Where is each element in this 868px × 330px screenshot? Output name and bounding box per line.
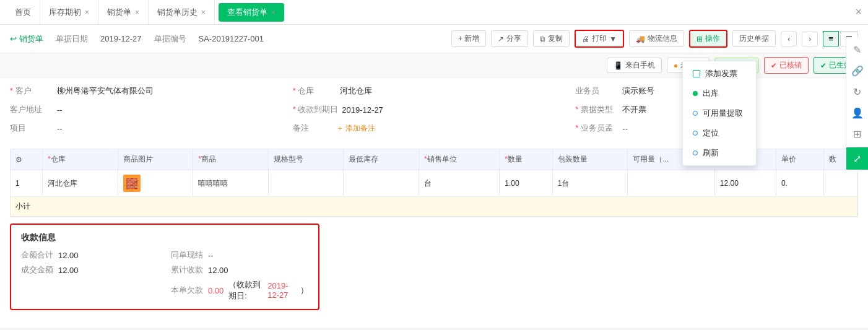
logistics-button[interactable]: 🚚 物流信息: [629, 30, 684, 47]
address-field: 客户地址 --: [10, 104, 293, 115]
owed-note: （收款到期日:: [228, 279, 263, 302]
deal-row: 成交金额 12.00: [21, 264, 158, 276]
staff-value: 演示账号: [622, 85, 654, 97]
copy-button[interactable]: ⧉ 复制: [533, 30, 570, 47]
effect-icon: ✔: [820, 61, 827, 70]
share-icon: ↗: [498, 35, 504, 43]
close-icon[interactable]: ×: [271, 8, 276, 17]
print-dropdown-icon: ▼: [609, 35, 617, 43]
owed-date: 2019-12-27: [267, 281, 295, 300]
deal-label: 成交金额: [21, 264, 53, 276]
note-field: 备注 ＋ 添加备注: [293, 123, 576, 134]
add-invoice-item[interactable]: 添加发票: [683, 64, 756, 84]
cancel-badge[interactable]: ✔ 已核销: [764, 57, 809, 74]
row-product: 嘻嘻嘻嘻: [193, 170, 269, 197]
subtotal-label: 小计: [11, 197, 857, 217]
refresh-item[interactable]: 刷新: [683, 143, 756, 163]
project-value: --: [57, 124, 63, 133]
col-settings: ⚙: [11, 149, 42, 170]
close-icon[interactable]: ×: [135, 8, 139, 17]
col-min-stock: 最低库存: [344, 149, 419, 170]
amount-label: 金额合计: [21, 250, 53, 261]
available-qty-item[interactable]: 可用量提取: [683, 103, 756, 123]
warehouse-field: 仓库 河北仓库: [293, 85, 576, 97]
col-image: 商品图片: [118, 149, 193, 170]
col-unit: *销售单位: [419, 149, 500, 170]
operations-dropdown: 添加发票 出库 可用量提取 定位 刷新: [682, 61, 757, 166]
share-button[interactable]: ↗ 分享: [491, 30, 528, 47]
outline-dot-icon-3: [693, 150, 698, 155]
refresh-sidebar-icon[interactable]: ↻: [848, 82, 867, 102]
doc-meta: 单据日期 2019-12-27 单据编号 SA-20191227-001: [56, 33, 451, 45]
close-icon[interactable]: ×: [85, 8, 89, 17]
list-view-button[interactable]: ≡: [823, 31, 839, 46]
warehouse-value: 河北仓库: [340, 85, 372, 97]
payment-date-label: 收款到期日: [293, 104, 339, 115]
outline-dot-icon: [693, 111, 698, 116]
history-button[interactable]: 历史单据: [732, 30, 776, 47]
warehouse-label: 仓库: [293, 85, 336, 97]
table-sidebar-icon[interactable]: ⊞: [848, 124, 867, 144]
doc-header: ↩ 销货单 单据日期 2019-12-27 单据编号 SA-20191227-0…: [0, 25, 868, 53]
print-button[interactable]: 🖨 打印 ▼: [575, 30, 624, 48]
row-available: [628, 170, 714, 197]
owed-value: 0.00: [208, 286, 224, 295]
row-pack-qty: 1台: [552, 170, 628, 197]
sale-order-icon: ↩: [10, 34, 17, 43]
doc-actions: + 新增 ↗ 分享 ⧉ 复制 🖨 打印 ▼ 🚚 物流信息 ⊞ 操作: [451, 30, 858, 48]
deal-value: 12.00: [58, 266, 79, 275]
tab-inventory[interactable]: 库存期初 ×: [40, 0, 98, 25]
link-icon[interactable]: 🔗: [848, 61, 867, 80]
settings-icon[interactable]: ⚙: [15, 155, 22, 164]
tab-view-sale[interactable]: 查看销货单 ×: [219, 3, 285, 22]
tab-sale[interactable]: 销货单 ×: [98, 0, 149, 25]
window-close-button[interactable]: ×: [855, 6, 862, 19]
ticket-label: 票据类型: [575, 104, 618, 115]
owed-label: 本单欠款: [171, 285, 203, 296]
table-row: 1 河北仓库 🧱 嘻嘻嘻嘻 台 1.00 1台: [11, 170, 857, 197]
expand-icon[interactable]: ⤢: [846, 147, 869, 170]
customer-label: 客户: [10, 85, 53, 97]
same-order-value: --: [208, 251, 214, 260]
address-value: --: [57, 105, 63, 115]
outline-dot-icon-2: [693, 131, 698, 136]
outbound-item[interactable]: 出库: [683, 84, 756, 103]
tab-bar: 首页 库存期初 × 销货单 × 销货单历史 × 查看销货单 × ×: [0, 0, 868, 25]
row-warehouse: 河北仓库: [42, 170, 118, 197]
new-button[interactable]: + 新增: [451, 30, 486, 47]
col-product: *商品: [193, 149, 269, 170]
payment-date-field: 收款到期日 2019-12-27: [293, 104, 576, 115]
print-icon: 🖨: [582, 35, 589, 43]
row-image: 🧱: [118, 170, 193, 197]
truck-icon: 🚚: [636, 35, 645, 43]
tab-home[interactable]: 首页: [6, 0, 40, 25]
same-order-label: 同单现结: [171, 250, 203, 261]
copy-icon: ⧉: [540, 35, 545, 43]
operations-button[interactable]: ⊞ 操作: [689, 30, 727, 48]
note-label: 备注: [293, 123, 336, 134]
row-min-stock: [344, 170, 419, 197]
close-icon[interactable]: ×: [201, 8, 206, 17]
teal-dot-icon: [693, 91, 698, 96]
staff2-value: --: [622, 124, 628, 133]
add-note-button[interactable]: ＋ 添加备注: [336, 123, 375, 134]
tab-sale-history[interactable]: 销货单历史 ×: [149, 0, 215, 25]
edit-icon[interactable]: ✎: [848, 40, 867, 59]
customer-field: 客户 柳州粤港平安气体有限公司: [10, 85, 293, 97]
next-button[interactable]: ›: [802, 32, 818, 46]
row-amount: [823, 170, 857, 197]
col-price: 单价: [776, 149, 823, 170]
project-label: 项目: [10, 123, 53, 134]
prev-button[interactable]: ‹: [781, 32, 797, 46]
owed-close: ）: [300, 285, 308, 296]
plus-icon: ＋: [336, 123, 344, 134]
row-quantity: 1.00: [500, 170, 552, 197]
user-icon[interactable]: 👤: [848, 103, 867, 123]
cumulative-value: 12.00: [208, 266, 228, 275]
from-phone-button[interactable]: 📱 来自手机: [607, 58, 662, 73]
ticket-value: 不开票: [622, 104, 646, 115]
locate-item[interactable]: 定位: [683, 123, 756, 143]
row-spec: [268, 170, 344, 197]
product-image: 🧱: [123, 175, 141, 192]
col-pack-qty: 包装数量: [552, 149, 628, 170]
